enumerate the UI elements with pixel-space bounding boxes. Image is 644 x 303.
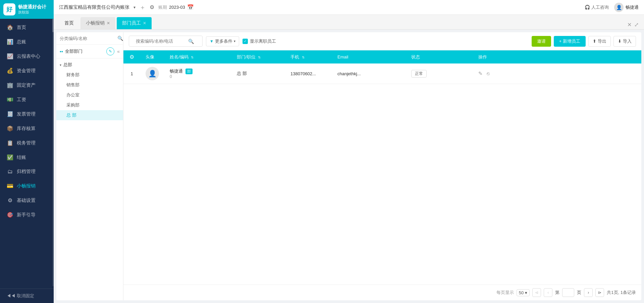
sidebar-item-funds[interactable]: 💰 资金管理	[0, 63, 54, 78]
filter-button[interactable]: ▼ 更多条件 ▾	[206, 36, 239, 46]
sidebar-item-archive[interactable]: 🗂 归档管理	[0, 165, 54, 179]
dept-item-purchase[interactable]: 采购部	[56, 100, 123, 110]
page-first-button[interactable]: ⊲	[532, 288, 541, 297]
dept-item-label: 总 部	[66, 113, 76, 118]
dept-item-hq[interactable]: 总 部	[56, 110, 123, 120]
close-accounts-icon: ✅	[7, 154, 13, 161]
sidebar-item-label: 新手引导	[17, 212, 36, 218]
assets-icon: 🏢	[7, 82, 13, 88]
sidebar-item-inventory[interactable]: 📦 库存核算	[0, 121, 54, 136]
ledger-icon: 📊	[7, 39, 13, 45]
invite-button[interactable]: 邀请	[532, 36, 551, 47]
employee-search-box: 🔍	[129, 36, 203, 47]
employee-avatar: 👤	[146, 67, 159, 80]
show-resigned-label: 显示离职员工	[250, 38, 276, 44]
user-menu[interactable]: 👤 畅捷通	[614, 3, 639, 12]
sidebar-item-label: 首页	[17, 25, 26, 31]
content-area: 🔍 ▪▪ 全部部门 ✎ « ▾ 总部	[56, 32, 641, 300]
col-name[interactable]: 姓名/编码 ⇅	[164, 50, 231, 63]
main-area: 江西服宝精品有限责任公司内账张 ▾ ＋ ⚙ 账期 2023-03 📅 🎧 人工咨…	[54, 0, 644, 303]
tab-department-close[interactable]: ✕	[143, 21, 146, 26]
dept-expand-icon: ▾	[60, 63, 61, 67]
tab-expense-close[interactable]: ✕	[107, 21, 110, 26]
tab-close-all-icon[interactable]: ✕	[627, 21, 632, 28]
toolbar-right-actions: 邀请 + 新增员工 ⬆ 导出 ⬇ 导入	[532, 36, 636, 47]
sidebar-item-home[interactable]: 🏠 首页	[0, 20, 54, 35]
dept-item-sales[interactable]: 销售部	[56, 80, 123, 90]
col-avatar: 头像	[140, 50, 164, 63]
employee-search-icon[interactable]: 🔍	[188, 39, 194, 44]
col-dept[interactable]: 部门/职位 ⇅	[231, 50, 285, 63]
phone-sort-icon: ⇅	[302, 55, 305, 59]
sidebar-item-ledger[interactable]: 📊 总账	[0, 35, 54, 49]
topbar-settings-icon[interactable]: ⚙	[150, 4, 154, 10]
page-next-button[interactable]: ›	[584, 288, 593, 297]
add-company-button[interactable]: ＋	[140, 3, 146, 11]
sidebar: 好 畅捷通好会计 旗舰版 🏠 首页 📊 总账 📈 云报表中心 💰 资金管理 🏢 …	[0, 0, 54, 303]
filter-chevron-icon: ▾	[234, 39, 235, 43]
sidebar-item-reports[interactable]: 📈 云报表中心	[0, 49, 54, 63]
page-number-input[interactable]: 1	[562, 288, 574, 297]
sidebar-item-invoice[interactable]: 🧾 发票管理	[0, 107, 54, 121]
period-display: 账期 2023-03 📅	[158, 4, 194, 10]
help-button[interactable]: 🎧 人工咨询	[585, 4, 609, 10]
edit-employee-button[interactable]: ✎	[478, 71, 483, 76]
export-button[interactable]: ⬆ 导出	[588, 36, 611, 47]
home-icon: 🏠	[7, 24, 13, 31]
sidebar-item-tax[interactable]: 📋 税务管理	[0, 136, 54, 150]
tab-expand-icon[interactable]: ⤢	[634, 21, 639, 28]
dept-search-icon[interactable]: 🔍	[117, 36, 123, 41]
page-size-select[interactable]: 50 ▾	[517, 289, 530, 296]
sidebar-scrollbar[interactable]	[52, 19, 54, 286]
sidebar-item-label: 结账	[17, 155, 26, 161]
sidebar-item-guide[interactable]: 🎯 新手引导	[0, 208, 54, 222]
inventory-icon: 📦	[7, 125, 13, 132]
page-last-button[interactable]: ⊳	[595, 288, 604, 297]
filter-icon: ▼	[210, 39, 214, 44]
delete-employee-button[interactable]: ⎋	[487, 71, 490, 76]
sidebar-item-salary[interactable]: 💵 工资	[0, 92, 54, 107]
company-dropdown-icon[interactable]: ▾	[133, 5, 136, 10]
checkbox-checked-icon: ✓	[243, 39, 248, 44]
sidebar-nav: 🏠 首页 📊 总账 📈 云报表中心 💰 资金管理 🏢 固定资产 💵 工资 🧾 发…	[0, 19, 54, 289]
employee-search-input[interactable]	[132, 37, 186, 45]
dept-item-office[interactable]: 办公室	[56, 90, 123, 100]
status-badge: 正常	[411, 70, 427, 78]
logo-icon: 好	[3, 3, 15, 15]
salary-icon: 💵	[7, 96, 13, 103]
add-employee-button[interactable]: + 新增员工	[554, 36, 586, 47]
dept-edit-button[interactable]: ✎	[106, 47, 114, 55]
calendar-icon[interactable]: 📅	[187, 4, 194, 10]
dept-item-finance[interactable]: 财务部	[56, 70, 123, 80]
app-name: 畅捷通好会计	[18, 4, 46, 10]
show-resigned-checkbox[interactable]: ✓ 显示离职员工	[243, 38, 276, 44]
dept-badge: 部	[185, 69, 193, 74]
table-header-row: ⚙ 头像 姓名/编码 ⇅ 部门/职位 ⇅	[123, 50, 641, 63]
tab-department[interactable]: 部门员工 ✕	[117, 17, 152, 29]
pagination: 每页显示 50 ▾ ⊲ ‹ 第 1 页 › ⊳ 共1页, 1条记录	[123, 285, 641, 300]
sidebar-item-label: 工资	[17, 97, 26, 103]
page-size-chevron-icon: ▾	[525, 290, 527, 295]
dept-collapse-icon[interactable]: «	[117, 49, 120, 54]
tab-expense[interactable]: 小畅报销 ✕	[80, 17, 115, 29]
import-button[interactable]: ⬇ 导入	[613, 36, 636, 47]
sidebar-item-expense[interactable]: 💳 小畅报销	[0, 179, 54, 193]
avatar-person-icon: 👤	[148, 70, 157, 78]
sidebar-item-label: 小畅报销	[17, 183, 36, 189]
dept-search-input[interactable]	[60, 36, 116, 41]
sidebar-item-settings[interactable]: ⚙ 基础设置	[0, 193, 54, 208]
topbar-right: 🎧 人工咨询 👤 畅捷通	[585, 3, 639, 12]
dept-group-hq: ▾ 总部 财务部 销售部 办公室 采购部	[56, 60, 123, 120]
tab-home[interactable]: 首页	[59, 17, 79, 29]
all-dept-label: 全部部门	[65, 48, 83, 54]
col-phone[interactable]: 手机 ⇅	[285, 50, 332, 63]
sidebar-item-assets[interactable]: 🏢 固定资产	[0, 78, 54, 92]
page-prev-button[interactable]: ‹	[544, 288, 552, 297]
col-settings[interactable]: ⚙	[123, 50, 140, 63]
sidebar-item-close[interactable]: ✅ 结账	[0, 150, 54, 165]
dept-group-header[interactable]: ▾ 总部	[56, 60, 123, 70]
tabs-actions: ✕ ⤢	[627, 21, 639, 29]
sidebar-unpin-button[interactable]: ◀◀ 取消固定	[0, 289, 54, 303]
employee-table-container: ⚙ 头像 姓名/编码 ⇅ 部门/职位 ⇅	[123, 50, 641, 285]
dept-item-label: 财务部	[66, 72, 79, 77]
